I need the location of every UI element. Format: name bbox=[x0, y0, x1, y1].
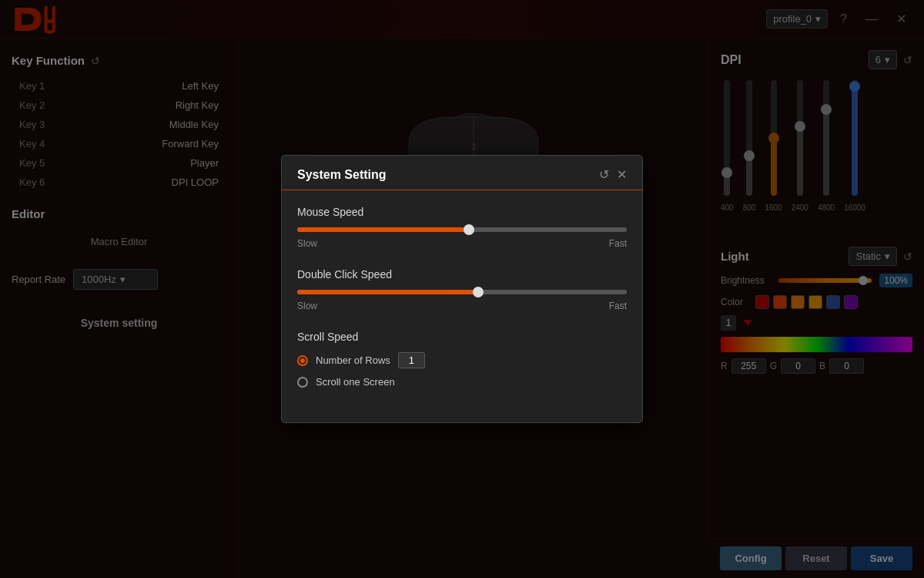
double-click-labels: Slow Fast bbox=[297, 301, 627, 311]
mouse-speed-slider[interactable] bbox=[297, 227, 627, 232]
number-of-rows-label: Number of Rows bbox=[316, 355, 390, 366]
mouse-speed-fill bbox=[297, 227, 469, 232]
modal-body: Mouse Speed Slow Fast Double Click Speed bbox=[282, 190, 642, 422]
number-of-rows-radio[interactable] bbox=[297, 355, 308, 366]
scroll-one-screen-radio[interactable] bbox=[297, 377, 308, 388]
scroll-one-screen-label: Scroll one Screen bbox=[316, 376, 395, 388]
number-of-rows-option: Number of Rows bbox=[297, 352, 627, 368]
modal-refresh-button[interactable]: ↺ bbox=[599, 167, 609, 182]
scroll-speed-title: Scroll Speed bbox=[297, 331, 627, 343]
mouse-speed-section: Mouse Speed Slow Fast bbox=[297, 206, 627, 249]
system-setting-modal: System Setting ↺ ✕ Mouse Speed Slow Fast bbox=[281, 155, 643, 423]
double-click-title: Double Click Speed bbox=[297, 268, 627, 281]
modal-overlay[interactable]: System Setting ↺ ✕ Mouse Speed Slow Fast bbox=[0, 0, 924, 578]
rows-input[interactable] bbox=[398, 352, 425, 368]
double-click-fill bbox=[297, 290, 478, 294]
mouse-speed-labels: Slow Fast bbox=[297, 238, 627, 249]
mouse-speed-thumb[interactable] bbox=[464, 224, 474, 235]
double-click-thumb[interactable] bbox=[473, 287, 484, 297]
scroll-one-screen-option: Scroll one Screen bbox=[297, 376, 627, 388]
modal-header-buttons: ↺ ✕ bbox=[599, 167, 627, 182]
mouse-speed-title: Mouse Speed bbox=[297, 206, 627, 218]
modal-title: System Setting bbox=[297, 168, 387, 182]
modal-header: System Setting ↺ ✕ bbox=[282, 156, 642, 190]
double-click-slider[interactable] bbox=[297, 290, 627, 294]
scroll-speed-section: Scroll Speed Number of Rows Scroll one S… bbox=[297, 331, 627, 388]
modal-close-button[interactable]: ✕ bbox=[617, 167, 627, 182]
double-click-section: Double Click Speed Slow Fast bbox=[297, 268, 627, 311]
